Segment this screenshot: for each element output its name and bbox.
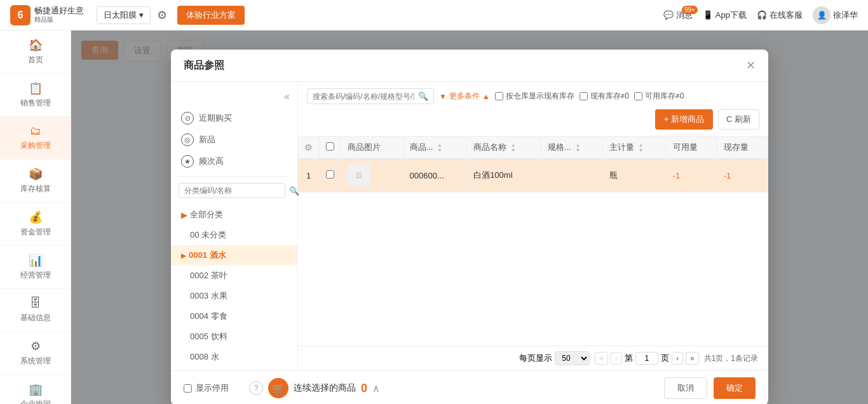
category-label: 0005 饮料 xyxy=(181,331,227,342)
app-download-btn[interactable]: 📱 App下载 xyxy=(703,10,747,21)
collapse-left-icon[interactable]: « xyxy=(284,91,290,102)
col-settings-icon[interactable]: ⚙ xyxy=(304,142,313,152)
row-spec-cell xyxy=(541,159,603,192)
divider xyxy=(179,176,290,177)
warehouse-checkbox[interactable] xyxy=(495,92,503,100)
prev-page-btn[interactable]: ‹ xyxy=(611,352,622,365)
quick-nav-new[interactable]: ◎ 新品 xyxy=(171,129,297,151)
trial-btn[interactable]: 体验行业方案 xyxy=(177,6,245,25)
category-label: 0004 零食 xyxy=(181,311,227,322)
sidebar-item-enterprise[interactable]: 🏢 企业协同 xyxy=(0,375,71,404)
available-stock-checkbox[interactable] xyxy=(634,92,642,100)
app-download-label: App下载 xyxy=(715,10,747,21)
quick-nav-frequent[interactable]: ★ 频次高 xyxy=(171,151,297,172)
app-logo: 6 畅捷通好生意 精品版 xyxy=(10,5,84,25)
sort-spec-icon: ▲▼ xyxy=(576,143,581,153)
category-0008[interactable]: 0008 水 xyxy=(171,347,297,364)
row-checkbox[interactable] xyxy=(326,170,334,178)
category-all[interactable]: ▶ 全部分类 xyxy=(171,205,297,225)
username: 徐泽华 xyxy=(833,10,858,21)
sidebar-item-label: 库存核算 xyxy=(20,184,51,194)
product-search-input[interactable] xyxy=(313,92,414,101)
confirm-btn[interactable]: 确定 xyxy=(714,377,756,399)
footer-middle: ? 🛒 连续选择的商品 0 ∧ xyxy=(249,378,380,398)
user-menu[interactable]: 👤 徐泽华 xyxy=(813,6,858,24)
total-info: 共1页，1条记录 xyxy=(704,353,758,364)
check-warehouse[interactable]: 按仓库显示现有库存 xyxy=(495,91,574,102)
current-stock-checkbox[interactable] xyxy=(580,92,588,100)
col-stock: 现存量 xyxy=(717,137,768,159)
search-icon[interactable]: 🔍 xyxy=(418,91,428,101)
col-image-label: 商品图片 xyxy=(348,142,381,152)
store-selector[interactable]: 日太阳膜 ▾ xyxy=(97,6,151,24)
first-page-btn[interactable]: « xyxy=(595,352,608,365)
row-stock: -1 xyxy=(724,171,731,180)
basic-icon: 🗄 xyxy=(30,297,41,310)
headset-icon: 🎧 xyxy=(757,10,767,20)
category-search: 🔍 xyxy=(171,180,297,201)
row-available-cell: -1 xyxy=(666,159,717,192)
sidebar-item-sales[interactable]: 📋 销售管理 xyxy=(0,74,71,117)
per-page-select[interactable]: 10 20 50 100 xyxy=(555,351,590,365)
category-0003[interactable]: 0003 水果 xyxy=(171,286,297,306)
sidebar-item-system[interactable]: ⚙ 系统管理 xyxy=(0,332,71,375)
category-0005[interactable]: 0005 饮料 xyxy=(171,327,297,347)
col-name[interactable]: 商品名称 ▲▼ xyxy=(467,137,541,159)
next-page-btn[interactable]: › xyxy=(672,352,683,365)
cart-icon: 🛒 xyxy=(272,382,285,394)
store-name: 日太阳膜 xyxy=(104,10,137,21)
phone-icon: 📱 xyxy=(703,10,713,20)
toolbar-right: + 新增商品 C 刷新 xyxy=(655,109,759,130)
sidebar-item-operations[interactable]: 📊 经营管理 xyxy=(0,246,71,289)
pagination: 每页显示 10 20 50 100 « ‹ xyxy=(298,346,768,370)
col-name-label: 商品名称 xyxy=(473,142,506,152)
settings-icon[interactable]: ⚙ xyxy=(157,8,167,22)
expand-icon: ▶ xyxy=(181,252,186,259)
refresh-btn[interactable]: C 刷新 xyxy=(718,109,759,130)
show-disabled-checkbox[interactable] xyxy=(184,384,192,393)
category-0004[interactable]: 0004 零食 xyxy=(171,306,297,327)
sidebar-item-inventory[interactable]: 📦 库存核算 xyxy=(0,159,71,203)
online-service-btn[interactable]: 🎧 在线客服 xyxy=(757,10,803,21)
sidebar-item-procurement[interactable]: 🗂 采购管理 xyxy=(0,117,71,159)
more-filter-btn[interactable]: ▼ 更多条件 ▲ xyxy=(439,91,490,102)
sidebar-item-home[interactable]: 🏠 首页 xyxy=(0,30,71,74)
inventory-icon: 📦 xyxy=(29,167,43,181)
quick-nav-label: 频次高 xyxy=(199,156,224,167)
product-reference-modal: 商品参照 ✕ « ⊙ 近期购买 xyxy=(171,50,768,404)
sidebar-item-capital[interactable]: 💰 资金管理 xyxy=(0,203,71,246)
select-all-checkbox[interactable] xyxy=(326,142,334,151)
selected-count: 0 xyxy=(361,382,367,395)
recent-icon: ⊙ xyxy=(181,112,194,125)
modal-close-btn[interactable]: ✕ xyxy=(746,58,756,72)
category-search-input[interactable] xyxy=(179,183,285,198)
quick-nav-recent[interactable]: ⊙ 近期购买 xyxy=(171,107,297,129)
cart-btn[interactable]: 🛒 xyxy=(268,378,288,398)
app-name: 畅捷通好生意 xyxy=(34,6,84,16)
show-disabled-label: 显示停用 xyxy=(196,382,229,394)
add-product-btn[interactable]: + 新增商品 xyxy=(655,109,713,130)
help-icon[interactable]: ? xyxy=(249,381,263,395)
continuous-label: 连续选择的商品 xyxy=(294,382,356,394)
category-label: 全部分类 xyxy=(190,209,223,220)
table-row[interactable]: 1 🖼 xyxy=(298,159,768,192)
check-current-stock[interactable]: 现有库存≠0 xyxy=(580,91,629,102)
page-input[interactable] xyxy=(635,352,658,365)
col-unit[interactable]: 主计量 ▲▼ xyxy=(602,137,666,159)
check-available-stock[interactable]: 可用库存≠0 xyxy=(634,91,684,102)
row-stock-cell: -1 xyxy=(717,159,768,192)
cancel-btn[interactable]: 取消 xyxy=(664,377,707,399)
category-0001[interactable]: ▶ 0001 酒水 xyxy=(171,245,297,266)
category-00[interactable]: 00 未分类 xyxy=(171,225,297,245)
star-icon: ★ xyxy=(181,155,194,168)
col-code[interactable]: 商品... ▲▼ xyxy=(403,137,467,159)
show-disabled-toggle[interactable]: 显示停用 xyxy=(184,382,229,394)
row-no: 1 xyxy=(298,159,320,192)
message-btn[interactable]: 💬 消息 99+ xyxy=(663,10,693,21)
col-spec[interactable]: 规格... ▲▼ xyxy=(541,137,603,159)
last-page-btn[interactable]: » xyxy=(686,352,699,365)
sidebar-item-label: 经营管理 xyxy=(20,270,51,281)
sidebar-item-basic[interactable]: 🗄 基础信息 xyxy=(0,289,71,332)
collapse-selection-btn[interactable]: ∧ xyxy=(372,382,380,394)
category-0002[interactable]: 0002 茶叶 xyxy=(171,266,297,286)
